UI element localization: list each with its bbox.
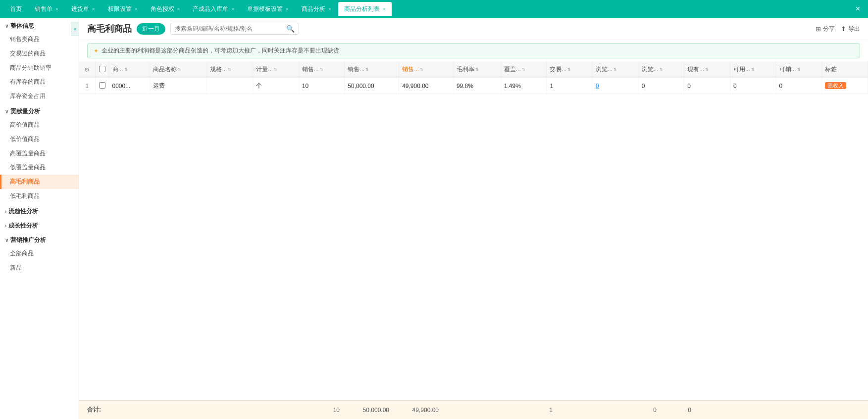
select-all-checkbox[interactable] bbox=[99, 66, 105, 72]
nav-product-analysis-list[interactable]: 商品分析列表 × bbox=[338, 2, 392, 16]
sidebar-group-contribution[interactable]: ∨ 贡献量分析 bbox=[0, 103, 79, 118]
row-available: 0 bbox=[730, 78, 776, 94]
page-title: 高毛利商品 bbox=[87, 23, 132, 35]
col-coverage[interactable]: 覆盖...⇅ bbox=[501, 61, 547, 78]
search-input[interactable] bbox=[175, 25, 284, 32]
export-icon: ⬆ bbox=[841, 25, 846, 33]
data-table-wrapper[interactable]: ⚙ 商...⇅ 商品名称⇅ 规格...⇅ 计量...⇅ 销售...⇅ 销售...… bbox=[79, 61, 868, 419]
close-icon[interactable]: × bbox=[383, 6, 386, 12]
sidebar-item-all-goods[interactable]: 全部商品 bbox=[0, 246, 79, 261]
col-gear[interactable]: ⚙ bbox=[79, 61, 95, 78]
row-sellable: 0 bbox=[776, 78, 822, 94]
sidebar-item-sales-goods[interactable]: 销售类商品 bbox=[0, 32, 79, 47]
footer-label: 合计: bbox=[87, 406, 305, 414]
footer-sales-profit: 49,900.00 bbox=[389, 407, 439, 414]
sidebar-item-distribution-rate[interactable]: 商品分销助销率 bbox=[0, 61, 79, 75]
close-icon[interactable]: × bbox=[135, 6, 138, 12]
col-current-stock[interactable]: 现有...⇅ bbox=[684, 61, 730, 78]
row-select-checkbox[interactable] bbox=[99, 82, 105, 89]
row-coverage: 1.49% bbox=[501, 78, 547, 94]
close-icon[interactable]: × bbox=[286, 6, 289, 12]
row-gross-margin: 99.8% bbox=[453, 78, 501, 94]
export-button[interactable]: ⬆ 导出 bbox=[841, 25, 860, 33]
row-code: 0000... bbox=[109, 78, 150, 94]
col-sales-qty[interactable]: 销售...⇅ bbox=[299, 61, 345, 78]
sidebar-group-growth[interactable]: › 成长性分析 bbox=[0, 218, 79, 232]
nav-home[interactable]: 首页 bbox=[4, 2, 28, 16]
gear-icon[interactable]: ⚙ bbox=[84, 66, 90, 73]
col-tag[interactable]: 标签 bbox=[822, 61, 868, 78]
col-gross-margin[interactable]: 毛利率⇅ bbox=[453, 61, 501, 78]
alert-banner: ✦ 企业的主要的利润都是这部分商品创造的，可考虑加大推广，同时关注库存是不要出现… bbox=[87, 43, 860, 58]
nav-purchase-order[interactable]: 进货单 × bbox=[65, 2, 101, 16]
chevron-right-icon: › bbox=[5, 209, 6, 214]
footer-current-stock: 0 bbox=[622, 407, 657, 414]
close-icon[interactable]: × bbox=[55, 6, 58, 12]
nav-permission-settings[interactable]: 权限设置 × bbox=[102, 2, 144, 16]
row-sales-qty: 10 bbox=[299, 78, 345, 94]
sidebar-group-marketing[interactable]: ∨ 营销推广分析 bbox=[0, 232, 79, 246]
close-icon[interactable]: × bbox=[177, 6, 180, 12]
footer-sales-qty: 10 bbox=[305, 407, 340, 414]
top-navigation: 首页 销售单 × 进货单 × 权限设置 × 角色授权 × 产成品入库单 × 单据… bbox=[0, 0, 868, 18]
close-icon[interactable]: × bbox=[231, 6, 234, 12]
sidebar-item-traded-goods[interactable]: 交易过的商品 bbox=[0, 47, 79, 61]
col-transaction[interactable]: 交易...⇅ bbox=[547, 61, 593, 78]
col-sales-amount[interactable]: 销售...⇅ bbox=[345, 61, 399, 78]
sidebar-item-low-margin[interactable]: 低毛利商品 bbox=[0, 189, 79, 203]
col-unit[interactable]: 计量...⇅ bbox=[253, 61, 299, 78]
col-available[interactable]: 可用...⇅ bbox=[730, 61, 776, 78]
nav-sales-order[interactable]: 销售单 × bbox=[29, 2, 64, 16]
sidebar: « ∨ 整体信息 销售类商品 交易过的商品 商品分销助销率 有库存的商品 库存资… bbox=[0, 18, 79, 419]
nav-product-analysis[interactable]: 商品分析 × bbox=[296, 2, 337, 16]
row-browse2: 0 bbox=[638, 78, 684, 94]
nav-product-inbound[interactable]: 产成品入库单 × bbox=[187, 2, 240, 16]
col-name[interactable]: 商品名称⇅ bbox=[150, 61, 207, 78]
row-browse1[interactable]: 0 bbox=[593, 78, 639, 94]
row-sales-profit: 49,900.00 bbox=[399, 78, 454, 94]
chevron-down-icon: ∨ bbox=[5, 237, 8, 243]
sidebar-item-high-coverage[interactable]: 高覆盖量商品 bbox=[0, 146, 79, 161]
footer-sales-amount: 50,000.00 bbox=[340, 407, 389, 414]
row-current-stock: 0 bbox=[684, 78, 730, 94]
close-icon[interactable]: × bbox=[328, 6, 331, 12]
search-box: 🔍 bbox=[170, 23, 299, 35]
window-close-button[interactable]: × bbox=[852, 4, 864, 13]
col-spec[interactable]: 规格...⇅ bbox=[207, 61, 253, 78]
sidebar-item-high-value[interactable]: 高价值商品 bbox=[0, 118, 79, 132]
footer-transaction: 1 bbox=[518, 407, 553, 414]
sidebar-item-high-margin[interactable]: 高毛利商品 bbox=[0, 175, 79, 189]
share-button[interactable]: ⊞ 分享 bbox=[816, 25, 835, 33]
close-icon[interactable]: × bbox=[92, 6, 95, 12]
row-num: 1 bbox=[79, 78, 95, 94]
row-transaction: 1 bbox=[547, 78, 593, 94]
sidebar-collapse-button[interactable]: « bbox=[71, 22, 79, 36]
nav-role-auth[interactable]: 角色授权 × bbox=[145, 2, 186, 16]
sidebar-group-trend[interactable]: › 流趋性分析 bbox=[0, 203, 79, 218]
chevron-right-icon: › bbox=[5, 223, 6, 229]
col-code[interactable]: 商...⇅ bbox=[109, 61, 150, 78]
footer-totals-bar: 合计: 10 50,000.00 49,900.00 1 0 0 bbox=[79, 400, 868, 419]
sidebar-group-overall[interactable]: ∨ 整体信息 bbox=[0, 18, 79, 32]
col-browse1[interactable]: 浏览...⇅ bbox=[593, 61, 639, 78]
col-checkbox[interactable] bbox=[95, 61, 109, 78]
row-checkbox[interactable] bbox=[95, 78, 109, 94]
search-icon[interactable]: 🔍 bbox=[286, 25, 295, 33]
row-name: 运费 bbox=[150, 78, 207, 94]
col-sales-profit[interactable]: 销售...⇅ bbox=[399, 61, 454, 78]
chevron-down-icon: ∨ bbox=[5, 23, 8, 29]
filter-recent-month-button[interactable]: 近一月 bbox=[137, 23, 165, 35]
row-unit: 个 bbox=[253, 78, 299, 94]
footer-available: 0 bbox=[657, 407, 691, 414]
sidebar-item-new-goods[interactable]: 新品 bbox=[0, 261, 79, 275]
sidebar-item-stock-capital[interactable]: 库存资金占用 bbox=[0, 89, 79, 103]
share-icon: ⊞ bbox=[816, 25, 821, 33]
sidebar-item-low-value[interactable]: 低价值商品 bbox=[0, 132, 79, 146]
row-sales-amount: 50,000.00 bbox=[345, 78, 399, 94]
col-browse2[interactable]: 浏览...⇅ bbox=[638, 61, 684, 78]
nav-template-settings[interactable]: 单据模板设置 × bbox=[241, 2, 295, 16]
data-table: ⚙ 商...⇅ 商品名称⇅ 规格...⇅ 计量...⇅ 销售...⇅ 销售...… bbox=[79, 61, 868, 94]
col-sellable[interactable]: 可销...⇅ bbox=[776, 61, 822, 78]
sidebar-item-low-coverage[interactable]: 低覆盖量商品 bbox=[0, 160, 79, 175]
sidebar-item-in-stock-goods[interactable]: 有库存的商品 bbox=[0, 75, 79, 89]
